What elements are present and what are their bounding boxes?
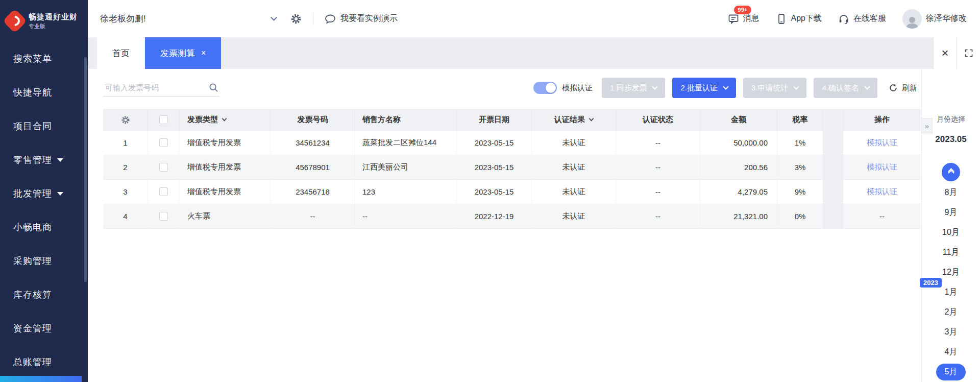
table-row[interactable]: 2 增值税专用发票 45678901 江西美丽公司 2023-05-15 未认证… xyxy=(103,155,921,180)
year-badge: 2023 xyxy=(920,278,942,288)
messages-button[interactable]: 99+ 消息 xyxy=(728,13,760,25)
row-checkbox[interactable] xyxy=(159,212,168,221)
table-row[interactable]: 1 增值税专用发票 34561234 蔬菜批发二区摊位144 2023-05-1… xyxy=(103,131,921,155)
sidebar-scrollbar[interactable] xyxy=(84,57,87,282)
simulate-auth-link[interactable]: 模拟认证 xyxy=(843,155,921,179)
header-date: 开票日期 xyxy=(457,109,532,131)
header-invoice-type[interactable]: 发票类型 xyxy=(179,109,271,131)
month-item[interactable]: 9月 xyxy=(922,203,980,223)
current-month: 2023.05 xyxy=(922,134,980,145)
app-download-button[interactable]: App下载 xyxy=(776,13,822,25)
header-tax: 税率 xyxy=(777,109,823,131)
simulate-auth-link[interactable]: 模拟认证 xyxy=(843,180,921,204)
search-input[interactable] xyxy=(104,83,209,92)
row-checkbox[interactable] xyxy=(159,138,168,147)
sidebar-item-label: 搜索菜单 xyxy=(13,53,52,65)
tabbar-spacer xyxy=(88,37,97,69)
sidebar-item-ecommerce[interactable]: 小畅电商 xyxy=(0,210,88,244)
month-label: 1月 xyxy=(945,287,958,298)
table-row[interactable]: 4 火车票 -- -- 2022-12-19 未认证 -- 21,321.00 … xyxy=(103,204,921,229)
company-name: 徐老板勿删! xyxy=(100,13,146,25)
sidebar-item-label: 资金管理 xyxy=(13,322,52,335)
sidebar-item-funds[interactable]: 资金管理 xyxy=(0,312,88,345)
row-checkbox-cell xyxy=(148,204,179,228)
header-status: 认证状态 xyxy=(616,109,700,131)
confirm-sign-button[interactable]: 4.确认签名 xyxy=(814,78,877,98)
cell-seller: 蔬菜批发二区摊位144 xyxy=(355,131,457,155)
month-item[interactable]: 10月 xyxy=(922,223,980,243)
row-index: 3 xyxy=(103,180,148,204)
settings-gear-button[interactable] xyxy=(290,13,302,25)
user-name: 徐泽华修改 xyxy=(926,13,967,24)
scroll-months-up-button[interactable] xyxy=(942,163,960,181)
cell-seller: 123 xyxy=(355,180,457,204)
header-label: 开票日期 xyxy=(479,115,509,125)
invoice-table: 发票类型 发票号码 销售方名称 开票日期 认证结果 认证状态 金额 税率 操作 … xyxy=(103,109,921,229)
demo-video-link[interactable]: 我要看实例演示 xyxy=(325,13,398,25)
cell-invoice-type: 增值税专用发票 xyxy=(179,180,271,204)
sidebar-item-label: 零售管理 xyxy=(13,154,52,166)
online-support-button[interactable]: 在线客服 xyxy=(838,13,886,25)
simulate-auth-label: 模拟认证 xyxy=(562,83,593,93)
sidebar-item-search-menu[interactable]: 搜索菜单 xyxy=(0,42,88,76)
refresh-button[interactable]: 刷新 xyxy=(889,83,917,93)
sidebar-item-purchase[interactable]: 采购管理 xyxy=(0,244,88,278)
cell-status: -- xyxy=(616,204,700,228)
tab-invoice-calc-label: 发票测算 xyxy=(160,47,195,59)
month-item[interactable]: 11月 xyxy=(922,243,980,262)
cell-tax: 1% xyxy=(777,131,823,155)
header-result[interactable]: 认证结果 xyxy=(532,109,616,131)
cell-spacer xyxy=(823,131,843,155)
sidebar-item-inventory[interactable]: 库存核算 xyxy=(0,278,88,312)
user-menu[interactable]: 徐泽华修改 xyxy=(902,9,967,29)
search-box xyxy=(103,79,219,97)
company-selector[interactable]: 徐老板勿删! xyxy=(100,13,276,25)
app-name: 畅捷通好业财 xyxy=(29,13,78,21)
app-download-label: App下载 xyxy=(791,13,822,24)
select-all-checkbox[interactable] xyxy=(159,115,168,124)
sidebar-item-retail[interactable]: 零售管理 xyxy=(0,143,88,177)
tab-close-icon[interactable] xyxy=(201,48,206,58)
tab-invoice-calc[interactable]: 发票测算 xyxy=(145,37,221,69)
header-label: 发票号码 xyxy=(298,115,328,125)
sync-invoice-button[interactable]: 1.同步发票 xyxy=(602,78,666,98)
row-checkbox[interactable] xyxy=(159,187,168,196)
header-amount: 金额 xyxy=(700,109,777,131)
month-item[interactable]: 8月 xyxy=(922,183,980,203)
header-label: 认证结果 xyxy=(554,115,585,125)
month-item-selected[interactable]: 5月 xyxy=(922,362,980,382)
simulate-auth-toggle[interactable] xyxy=(533,82,557,94)
cell-amount: 4,279.05 xyxy=(700,180,777,204)
sidebar-item-general-ledger[interactable]: 总账管理 xyxy=(0,345,88,379)
row-checkbox[interactable] xyxy=(159,163,168,172)
month-item[interactable]: 4月 xyxy=(922,342,980,362)
fullscreen-button[interactable] xyxy=(957,37,980,69)
close-panel-button[interactable] xyxy=(933,37,957,69)
apply-stats-button[interactable]: 3.申请统计 xyxy=(743,78,807,98)
sidebar-item-wholesale[interactable]: 批发管理 xyxy=(0,177,88,210)
sort-chevron-icon xyxy=(589,116,594,122)
table-row[interactable]: 3 增值税专用发票 23456718 123 2023-05-15 未认证 --… xyxy=(103,180,921,204)
cell-seller: 江西美丽公司 xyxy=(355,155,457,179)
row-checkbox-cell xyxy=(148,155,179,179)
batch-auth-button[interactable]: 2.批量认证 xyxy=(672,78,736,98)
sidebar-bottom-highlight xyxy=(0,376,82,382)
column-settings-button[interactable] xyxy=(103,109,148,131)
invoice-content: 模拟认证 1.同步发票 2.批量认证 3.申请统计 4.确认签名 xyxy=(88,69,921,382)
cell-spacer xyxy=(823,155,843,179)
month-item[interactable]: 3月 xyxy=(922,322,980,342)
cell-amount: 200.56 xyxy=(700,155,777,179)
sidebar-item-project-contract[interactable]: 项目合同 xyxy=(0,109,88,143)
simulate-auth-link[interactable]: 模拟认证 xyxy=(843,131,921,155)
confirm-sign-label: 4.确认签名 xyxy=(822,83,859,93)
app-edition: 专业版 xyxy=(29,23,78,29)
month-item[interactable]: 2月 xyxy=(922,302,980,322)
sidebar-item-quick-nav[interactable]: 快捷导航 xyxy=(0,76,88,109)
search-icon[interactable] xyxy=(209,83,218,92)
tab-home[interactable]: 首页 xyxy=(97,37,145,69)
main-area: 徐老板勿删! 我要看实例演示 99+ xyxy=(88,0,980,382)
row-index: 1 xyxy=(103,131,148,155)
tab-home-label: 首页 xyxy=(112,47,130,59)
month-label: 4月 xyxy=(945,347,958,357)
sort-chevron-icon xyxy=(222,116,227,122)
